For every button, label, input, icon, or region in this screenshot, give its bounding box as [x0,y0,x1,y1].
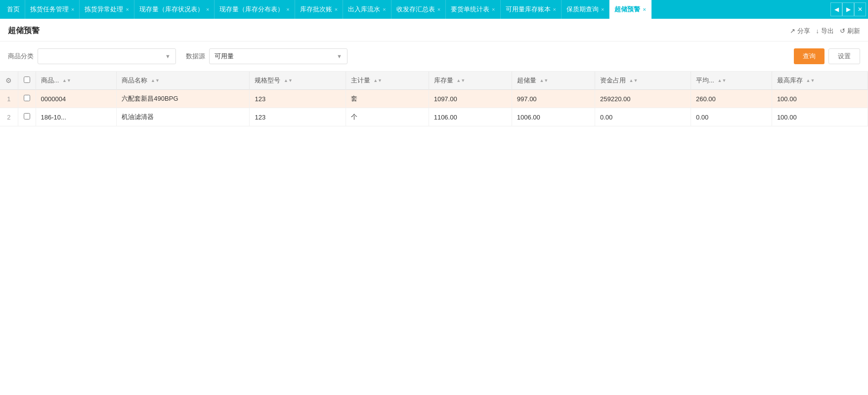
dropdown-icon: ▼ [165,53,171,59]
col-settings-header: ⚙ [0,72,18,90]
category-select[interactable]: ▼ [38,48,176,64]
sort-capital-icon[interactable]: ▲▼ [629,79,638,83]
col-capital-header: 资金占用 ▲▼ [595,72,691,90]
nav-arrow-left[interactable]: ◀ [830,2,842,16]
sort-spec-icon[interactable]: ▲▼ [284,79,293,83]
nav-close-1[interactable]: × [71,6,74,12]
sort-code-icon[interactable]: ▲▼ [62,79,71,83]
filter-bar: 商品分类 ▼ 数据源 可用量 ▼ 查询 设置 [0,41,868,72]
nav-item-label-0: 首页 [7,5,20,14]
table-container: ⚙ 商品... ▲▼ 商品名称 ▲▼ 规格型号 ▲▼ [0,72,868,126]
table-header-row: ⚙ 商品... ▲▼ 商品名称 ▲▼ 规格型号 ▲▼ [0,72,868,90]
nav-close-3[interactable]: × [206,6,209,12]
row-code-1: 186-10... [36,108,117,126]
row-unit-1: 个 [346,108,429,126]
nav-item-10[interactable]: 保质期查询 × [562,0,609,19]
nav-item-4[interactable]: 现存量（库存分布表） × [215,0,295,19]
col-spec-header: 规格型号 ▲▼ [250,72,346,90]
sort-unit-icon[interactable]: ▲▼ [373,79,382,83]
row-name-0: 六配套新昌490BPG [117,90,250,108]
nav-item-label-2: 拣货异常处理 [85,5,123,14]
nav-close-7[interactable]: × [437,6,440,12]
nav-item-label-9: 可用量库存账本 [506,5,551,14]
category-label: 商品分类 [8,52,34,61]
row-select-1[interactable] [24,113,30,119]
row-stock-0: 1097.00 [429,90,512,108]
row-overstock-0: 997.00 [512,90,595,108]
row-spec-1: 123 [250,108,346,126]
nav-item-0[interactable]: 首页 [2,0,25,19]
col-checkbox-header [18,72,36,90]
row-select-0[interactable] [24,95,30,101]
header-actions: ↗ 分享 ↓ 导出 ↺ 刷新 [790,27,861,36]
sort-avg-icon[interactable]: ▲▼ [718,79,727,83]
nav-close-4[interactable]: × [286,6,289,12]
nav-item-2[interactable]: 拣货异常处理 × [80,0,134,19]
nav-item-label-10: 保质期查询 [566,5,599,14]
datasource-label: 数据源 [186,52,205,61]
export-icon: ↓ [816,27,820,35]
page-header: 超储预警 ↗ 分享 ↓ 导出 ↺ 刷新 [0,19,868,41]
nav-close-5[interactable]: × [335,6,338,12]
refresh-icon: ↺ [840,27,845,35]
refresh-button[interactable]: ↺ 刷新 [840,27,860,36]
col-avg-header: 平均... ▲▼ [691,72,772,90]
nav-item-8[interactable]: 要货单统计表 × [446,0,500,19]
nav-item-1[interactable]: 拣货任务管理 × [25,0,80,19]
settings-button[interactable]: 设置 [828,48,860,64]
row-max-1: 100.00 [772,108,868,126]
sort-overstock-icon[interactable]: ▲▼ [539,79,548,83]
filter-buttons: 查询 设置 [794,48,860,64]
table-row: 1 0000004 六配套新昌490BPG 123 套 1097.00 997.… [0,90,868,108]
nav-item-7[interactable]: 收发存汇总表 × [391,0,446,19]
row-code-0: 0000004 [36,90,117,108]
sort-stock-icon[interactable]: ▲▼ [456,79,465,83]
col-max-header: 最高库存 ▲▼ [772,72,868,90]
row-avg-0: 260.00 [691,90,772,108]
nav-close-6[interactable]: × [383,6,386,12]
sort-name-icon[interactable]: ▲▼ [151,79,160,83]
export-button[interactable]: ↓ 导出 [816,27,834,36]
nav-item-label-1: 拣货任务管理 [30,5,69,14]
nav-close-2[interactable]: × [126,6,129,12]
datasource-select[interactable]: 可用量 ▼ [209,48,347,64]
nav-item-5[interactable]: 库存批次账 × [295,0,343,19]
datasource-dropdown-icon: ▼ [337,53,342,59]
table-row: 2 186-10... 机油滤清器 123 个 1106.00 1006.00 … [0,108,868,126]
page-title: 超储预警 [8,26,40,36]
query-button[interactable]: 查询 [794,48,825,64]
row-checkbox-0 [18,90,36,108]
nav-item-6[interactable]: 出入库流水 × [343,0,391,19]
share-button[interactable]: ↗ 分享 [790,27,810,36]
col-name-header: 商品名称 ▲▼ [117,72,250,90]
nav-item-9[interactable]: 可用量库存账本 × [501,0,562,19]
nav-arrow-close[interactable]: ✕ [854,2,866,16]
nav-close-9[interactable]: × [553,6,556,12]
nav-item-3[interactable]: 现存量（库存状况表） × [134,0,215,19]
col-code-header: 商品... ▲▼ [36,72,117,90]
select-all-checkbox[interactable] [24,77,30,83]
row-name-1: 机油滤清器 [117,108,250,126]
nav-close-10[interactable]: × [601,6,604,12]
row-spec-0: 123 [250,90,346,108]
col-overstock-header: 超储量 ▲▼ [512,72,595,90]
nav-close-8[interactable]: × [492,6,495,12]
nav-item-label-4: 现存量（库存分布表） [219,5,284,14]
nav-close-11[interactable]: × [643,6,646,12]
nav-item-11[interactable]: 超储预警 × [609,0,651,19]
data-table: ⚙ 商品... ▲▼ 商品名称 ▲▼ 规格型号 ▲▼ [0,72,868,126]
row-overstock-1: 1006.00 [512,108,595,126]
main-content: 超储预警 ↗ 分享 ↓ 导出 ↺ 刷新 商品分类 ▼ 数据源 [0,19,868,395]
nav-arrow-right[interactable]: ▶ [842,2,854,16]
sort-max-icon[interactable]: ▲▼ [806,79,815,83]
share-icon: ↗ [790,27,795,35]
table-gear-icon[interactable]: ⚙ [5,77,12,84]
datasource-filter: 数据源 可用量 ▼ [186,48,347,64]
row-avg-1: 0.00 [691,108,772,126]
row-capital-0: 259220.00 [595,90,691,108]
row-stock-1: 1106.00 [429,108,512,126]
nav-item-label-3: 现存量（库存状况表） [139,5,204,14]
row-checkbox-1 [18,108,36,126]
nav-item-label-8: 要货单统计表 [451,5,489,14]
row-capital-1: 0.00 [595,108,691,126]
